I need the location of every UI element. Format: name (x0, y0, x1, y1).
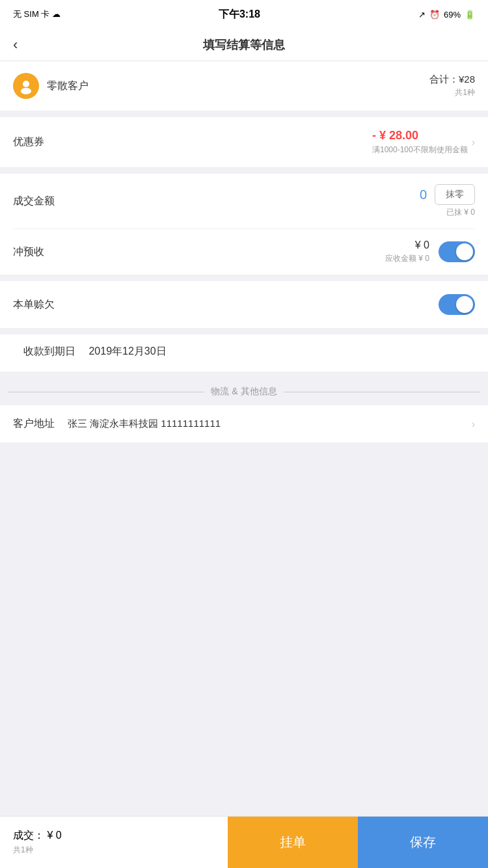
page-title: 填写结算等信息 (203, 37, 285, 53)
status-bar: 无 SIM 卡 ☁ 下午3:18 ↗ ⏰ 69% 🔋 (0, 0, 488, 29)
debit-toggle[interactable] (439, 294, 475, 315)
main-content: 零散客户 合计：¥28 共1种 优惠券 - ¥ 28.00 满1000-100不… (0, 61, 488, 501)
customer-name: 零散客户 (47, 79, 88, 93)
logistics-header: 物流 & 其他信息 (0, 378, 488, 405)
save-button[interactable]: 保存 (358, 817, 488, 869)
bottom-count: 共1种 (13, 845, 215, 856)
coupon-chevron-icon: › (472, 137, 475, 148)
pre-received-value: ¥ 0 (385, 239, 429, 251)
logistics-label: 物流 & 其他信息 (211, 386, 277, 398)
customer-avatar (13, 73, 39, 99)
deal-amount-row: 成交金额 0 抹零 已抹 ¥ 0 (13, 174, 475, 229)
deal-amount-value[interactable]: 0 (420, 187, 427, 202)
customer-total: 合计：¥28 (429, 74, 475, 86)
pre-received-sub: 应收金额 ¥ 0 (385, 253, 429, 264)
status-right: ↗ ⏰ 69% 🔋 (418, 10, 475, 20)
address-value: 张三 海淀永丰科技园 11111111111 (68, 418, 459, 430)
coupon-section: 优惠券 - ¥ 28.00 满1000-100不限制使用金额 › (0, 117, 488, 167)
coupon-right: - ¥ 28.00 满1000-100不限制使用金额 › (372, 129, 475, 156)
coupon-discount: - ¥ 28.00 (372, 129, 468, 142)
status-left: 无 SIM 卡 ☁ (13, 8, 61, 20)
coupon-label: 优惠券 (13, 135, 44, 149)
round-button[interactable]: 抹零 (435, 184, 475, 205)
due-date-value[interactable]: 2019年12月30日 (88, 346, 166, 357)
coupon-row[interactable]: 优惠券 - ¥ 28.00 满1000-100不限制使用金额 › (0, 117, 488, 167)
bottom-deal-label: 成交： (13, 830, 44, 841)
battery-percent: 69% (444, 10, 461, 20)
debit-section: 本单赊欠 (0, 281, 488, 328)
deal-amount-label: 成交金额 (13, 195, 55, 208)
address-chevron-icon: › (472, 418, 475, 430)
hold-button[interactable]: 挂单 (228, 817, 358, 869)
sim-status: 无 SIM 卡 ☁ (13, 8, 61, 20)
deal-amount-right: 0 抹零 已抹 ¥ 0 (420, 184, 475, 218)
bottom-deal-amount: ¥ 0 (47, 830, 61, 841)
deal-section: 成交金额 0 抹零 已抹 ¥ 0 冲预收 ¥ 0 应收金额 ¥ 0 (0, 174, 488, 275)
customer-left: 零散客户 (13, 73, 88, 99)
battery-icon: 🔋 (465, 10, 475, 20)
address-label: 客户地址 (13, 417, 55, 431)
section-divider (0, 372, 488, 378)
address-row[interactable]: 客户地址 张三 海淀永丰科技园 11111111111 › (0, 405, 488, 442)
pre-received-label: 冲预收 (13, 245, 44, 259)
nav-bar: ‹ 填写结算等信息 (0, 29, 488, 61)
svg-point-0 (23, 81, 29, 87)
back-button[interactable]: ‹ (13, 36, 18, 53)
bottom-bar: 成交： ¥ 0 共1种 挂单 保存 (0, 816, 488, 868)
alarm-icon: ⏰ (429, 10, 440, 20)
coupon-description: 满1000-100不限制使用金额 (372, 144, 468, 156)
location-icon: ↗ (418, 10, 426, 20)
customer-count: 共1种 (429, 87, 475, 98)
due-date-label: 收款到期日 (23, 346, 75, 357)
customer-row[interactable]: 零散客户 合计：¥28 共1种 (0, 61, 488, 111)
due-date-row: 收款到期日 2019年12月30日 (0, 334, 488, 372)
customer-total-area: 合计：¥28 共1种 (429, 74, 475, 98)
svg-point-1 (21, 88, 31, 94)
pre-received-row: 冲预收 ¥ 0 应收金额 ¥ 0 (13, 229, 475, 275)
bottom-info: 成交： ¥ 0 共1种 (0, 829, 228, 856)
deal-amount-sub: 已抹 ¥ 0 (420, 207, 475, 218)
status-time: 下午3:18 (219, 8, 260, 21)
pre-received-toggle[interactable] (439, 241, 475, 262)
debit-label: 本单赊欠 (13, 298, 55, 312)
